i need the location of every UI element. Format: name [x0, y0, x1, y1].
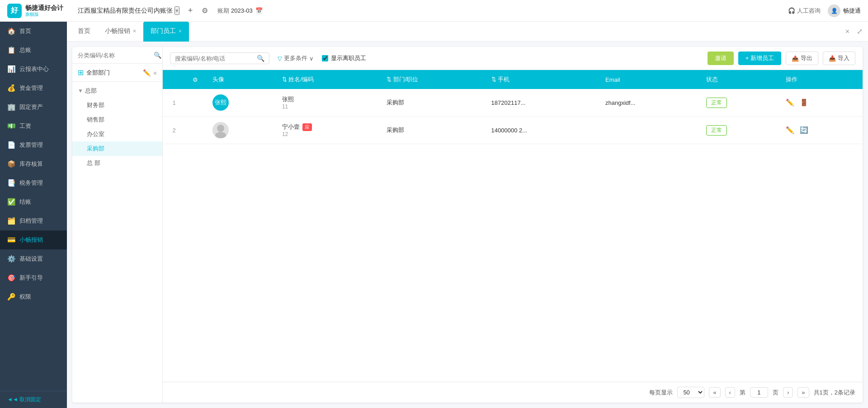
- refresh-icon-2[interactable]: 🔄: [800, 126, 808, 134]
- first-page-button[interactable]: «: [709, 387, 720, 398]
- expand-arrow: ▼: [78, 88, 83, 94]
- show-resigned-checkbox-area[interactable]: 显示离职员工: [322, 54, 366, 62]
- sidebar-item-archive[interactable]: 🗂️ 归档管理: [0, 211, 67, 230]
- company-dropdown-button[interactable]: ▾: [175, 6, 179, 15]
- col-actions: 操作: [778, 70, 863, 89]
- all-dept-button[interactable]: ⊞ 全部部门: [78, 68, 110, 77]
- sidebar-item-invoice[interactable]: 📄 发票管理: [0, 136, 67, 155]
- company-name: 江西服宝精品有限责任公司内账张: [78, 7, 173, 15]
- dept-node-xiaoshoubu[interactable]: 销售部: [72, 113, 162, 127]
- status-badge-2: 正常: [706, 125, 727, 136]
- dept-node-caigoubu[interactable]: 采购部: [72, 141, 162, 156]
- col-name-code[interactable]: ⇅ 姓名/编码: [275, 70, 379, 89]
- settings-button[interactable]: ⚙: [199, 5, 210, 16]
- sidebar-item-settings[interactable]: ⚙️ 基础设置: [0, 249, 67, 268]
- unpin-button[interactable]: ◄◄ 取消固定: [0, 391, 67, 408]
- dept-node-caiwubu[interactable]: 财务部: [72, 98, 162, 113]
- add-company-button[interactable]: +: [185, 5, 196, 16]
- sidebar-item-guide[interactable]: 🎯 新手引导: [0, 268, 67, 287]
- sidebar-label-general-ledger: 总账: [19, 46, 31, 54]
- tab-expense-report-close[interactable]: ×: [133, 28, 136, 34]
- sidebar: 🏠 首页 📋 总账 📊 云报表中心 💰 资金管理 🏢 固定资产 💵 工资 📄 发…: [0, 22, 67, 408]
- tab-expense-report[interactable]: 小畅报销 ×: [98, 22, 143, 42]
- dept-edit-button[interactable]: ✏️: [143, 69, 151, 76]
- dept-tree-body: ▼ 总部 财务部 销售部 办公室 采购部 总 部: [72, 82, 162, 172]
- per-page-select[interactable]: 50 100 200: [677, 387, 704, 398]
- dept-node-zongbu2[interactable]: 总 部: [72, 156, 162, 170]
- show-resigned-checkbox[interactable]: [322, 55, 328, 61]
- dept-search-area: 🔍: [72, 47, 162, 64]
- import-icon: 📥: [829, 55, 836, 62]
- calendar-icon[interactable]: 📅: [255, 7, 263, 14]
- tab-close-window-button[interactable]: ×: [844, 25, 851, 38]
- logout-icon-1[interactable]: 🚪: [800, 98, 808, 107]
- prev-page-button[interactable]: ‹: [725, 387, 735, 398]
- page-content: 🔍 ⊞ 全部部门 ✏️ « ▼ 总部: [72, 47, 863, 403]
- col-avatar: 头像: [205, 70, 275, 89]
- tab-expand-button[interactable]: ⤢: [855, 25, 864, 38]
- export-button[interactable]: 📤 导出: [786, 52, 818, 65]
- sidebar-label-permissions: 权限: [19, 293, 31, 301]
- edit-icon-1[interactable]: ✏️: [786, 98, 794, 107]
- dept-search-input[interactable]: [78, 52, 154, 59]
- user-name: 畅捷通: [843, 7, 861, 15]
- col-phone[interactable]: ⇅ 手机: [484, 70, 598, 89]
- logo-area: 好 畅捷通好会计 旗舰版: [7, 4, 74, 18]
- svg-point-0: [217, 125, 224, 132]
- row-1-num: 1: [163, 89, 185, 117]
- next-page-button[interactable]: ›: [783, 387, 793, 398]
- dept-collapse-button[interactable]: «: [153, 69, 157, 76]
- support-button[interactable]: 🎧 人工咨询: [788, 7, 821, 15]
- dept-node-zongbu-parent[interactable]: ▼ 总部: [72, 84, 162, 98]
- col-dept-position[interactable]: ⇅ 部门/职位: [379, 70, 484, 89]
- search-icon[interactable]: 🔍: [257, 55, 264, 62]
- list-toolbar: 🔍 ▽ 更多条件 ∨ 显示离职员工 邀请 + 新增员工: [163, 47, 863, 70]
- sidebar-item-permissions[interactable]: 🔑 权限: [0, 287, 67, 306]
- tab-home[interactable]: 首页: [71, 22, 98, 42]
- edit-icon-2[interactable]: ✏️: [786, 126, 794, 134]
- header-right: 🎧 人工咨询 👤 畅捷通: [788, 5, 861, 17]
- sidebar-label-archive: 归档管理: [19, 217, 43, 225]
- page-number-input[interactable]: [750, 387, 768, 398]
- last-page-button[interactable]: »: [797, 387, 809, 398]
- tab-dept-employee[interactable]: 部门员工 ×: [143, 22, 189, 42]
- employee-table-container: ⚙ 头像 ⇅ 姓名/编码 ⇅ 部门/职位 ⇅ 手机: [163, 70, 863, 382]
- add-employee-button[interactable]: + 新增员工: [738, 52, 781, 65]
- row-2-avatar: [205, 117, 275, 144]
- sidebar-item-salary[interactable]: 💵 工资: [0, 117, 67, 136]
- grid-icon: ⊞: [78, 68, 84, 77]
- invite-button[interactable]: 邀请: [708, 52, 734, 65]
- more-filter-button[interactable]: ▽ 更多条件 ∨: [274, 52, 317, 64]
- sidebar-item-home[interactable]: 🏠 首页: [0, 22, 67, 41]
- table-row: 2 宁小壹: [163, 117, 863, 144]
- sidebar-item-expense[interactable]: 💳 小畅报销: [0, 230, 67, 249]
- sidebar-label-invoice: 发票管理: [19, 141, 43, 149]
- dept-search-icon[interactable]: 🔍: [154, 52, 161, 59]
- sidebar-label-settlement: 结账: [19, 198, 31, 206]
- sidebar-label-inventory: 库存核算: [19, 160, 43, 168]
- show-resigned-label: 显示离职员工: [331, 54, 366, 62]
- import-button[interactable]: 📥 导入: [823, 52, 855, 65]
- col-status: 状态: [699, 70, 779, 89]
- expense-icon: 💳: [7, 236, 16, 244]
- employee-search-input[interactable]: [175, 55, 257, 62]
- sidebar-item-inventory[interactable]: 📦 库存核算: [0, 155, 67, 174]
- sidebar-item-reports[interactable]: 📊 云报表中心: [0, 60, 67, 79]
- dept-node-bangongshi[interactable]: 办公室: [72, 127, 162, 141]
- sidebar-item-funds[interactable]: 💰 资金管理: [0, 79, 67, 98]
- ledger-icon: 📋: [7, 46, 16, 54]
- filter-label: 更多条件: [284, 54, 307, 62]
- tabs-bar: 首页 小畅报销 × 部门员工 × × ⤢: [67, 22, 868, 42]
- tab-dept-employee-close[interactable]: ×: [179, 28, 182, 34]
- sidebar-item-settlement[interactable]: ✅ 结账: [0, 192, 67, 211]
- col-settings[interactable]: ⚙: [185, 70, 205, 89]
- sidebar-label-home: 首页: [19, 27, 31, 35]
- pagination-bar: 每页显示 50 100 200 « ‹ 第 页 › » 共1页，2条记录: [163, 382, 863, 403]
- sidebar-item-fixed-assets[interactable]: 🏢 固定资产: [0, 98, 67, 117]
- sidebar-item-tax[interactable]: 📑 税务管理: [0, 174, 67, 192]
- inventory-icon: 📦: [7, 160, 16, 168]
- filter-icon: ▽: [278, 55, 282, 62]
- sidebar-item-general-ledger[interactable]: 📋 总账: [0, 41, 67, 60]
- user-area[interactable]: 👤 畅捷通: [828, 5, 861, 17]
- row-2-name-code: 宁小壹 应 12: [275, 117, 379, 144]
